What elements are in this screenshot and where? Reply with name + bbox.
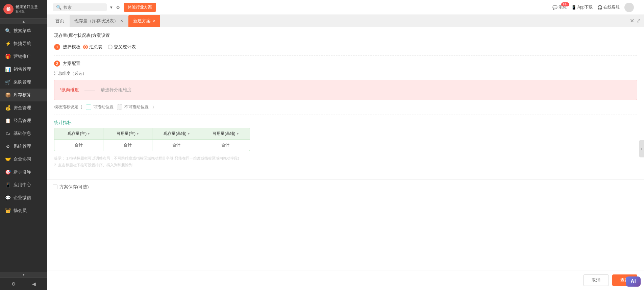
sidebar-item-basic[interactable]: 🗂 基础信息 (0, 127, 47, 140)
tab-new-plan[interactable]: 新建方案 ✕ (128, 15, 160, 27)
save-option-label: 方案保存(可选) (59, 184, 89, 190)
sidebar-item-finance[interactable]: 💰 资金管理 (0, 101, 47, 114)
right-expand-handle[interactable]: › (639, 140, 644, 157)
sidebar-item-sales[interactable]: 📊 销售管理 (0, 63, 47, 76)
marketing-icon: 🎁 (5, 53, 11, 59)
sidebar-item-label: 采购管理 (14, 79, 31, 85)
col-header-2[interactable]: 现存量(基辅) ▾ (152, 128, 201, 139)
sidebar-item-label: 企业微信 (14, 195, 31, 201)
page-title: 现存量(库存状况表)方案设置 (54, 32, 637, 39)
corp-icon: 🤝 (5, 156, 11, 162)
trial-btn[interactable]: 体验行业方案 (124, 3, 156, 12)
col-chevron-0: ▾ (88, 132, 90, 136)
main-area: 🔍 ▾ ⚙ 体验行业方案 💬 消息 99+ 📱 App下载 🎧 在线客服 (47, 0, 644, 290)
topbar: 🔍 ▾ ⚙ 体验行业方案 💬 消息 99+ 📱 App下载 🎧 在线客服 (47, 0, 644, 15)
dimension-placeholder: 请选择分组维度 (101, 87, 131, 93)
step1-section: 1 选择模板 汇总表 交叉统计表 (54, 44, 637, 50)
footer-bar: 方案保存(可选) (47, 179, 644, 194)
step2-num: 2 (54, 61, 60, 67)
message-icon: 💬 (552, 5, 558, 10)
app-download-btn[interactable]: 📱 App下载 (571, 4, 593, 10)
col-name-3: 可用量(基辅) (213, 131, 236, 137)
step2-section: 2 方案配置 汇总维度（必选） *纵向维度 —— 请选择分组维度 (54, 61, 637, 169)
dimension-area[interactable]: *纵向维度 —— 请选择分组维度 (54, 80, 637, 100)
sidebar-item-quicknav[interactable]: ⚡ 快捷导航 (0, 37, 47, 50)
sidebar-item-label: 基础信息 (14, 130, 31, 137)
sidebar-item-inventory[interactable]: 📦 库存核算 (0, 89, 47, 101)
col-header-3[interactable]: 可用量(基辅) ▾ (201, 128, 250, 139)
sidebar-item-purchase[interactable]: 🛒 采购管理 (0, 76, 47, 89)
service-icon: 🎧 (597, 5, 602, 10)
sidebar-scroll-up[interactable]: ▲ (0, 19, 47, 24)
non-draggable-label: 不可拖动位置 (124, 104, 149, 110)
sidebar-nav: 🔍 搜索菜单 ⚡ 快捷导航 🎁 营销推广 📊 销售管理 🛒 采购管理 📦 库存核… (0, 24, 47, 272)
sidebar-item-apps[interactable]: 📱 应用中心 (0, 178, 47, 191)
radio-cross[interactable]: 交叉统计表 (108, 44, 136, 50)
window-close-btn[interactable]: ✕ (630, 18, 634, 24)
content-area: 现存量(库存状况表)方案设置 1 选择模板 汇总表 交叉统计表 (47, 27, 644, 270)
search-icon: 🔍 (56, 5, 61, 10)
tab-inventory-close[interactable]: ✕ (120, 19, 123, 23)
sidebar-item-marketing[interactable]: 🎁 营销推广 (0, 50, 47, 63)
user-avatar[interactable] (624, 3, 634, 12)
sidebar-settings-btn[interactable]: ⚙ (11, 281, 16, 287)
template-radio-group: 汇总表 交叉统计表 (83, 44, 136, 50)
search-input[interactable] (64, 5, 103, 10)
dropdown-icon[interactable]: ▾ (110, 5, 113, 10)
sales-icon: 📊 (5, 66, 11, 72)
app-download-icon: 📱 (571, 5, 576, 10)
topbar-settings-icon[interactable]: ⚙ (116, 5, 120, 10)
search-icon: 🔍 (5, 28, 11, 34)
tab-inventory[interactable]: 现存量（库存状况表） ✕ (70, 15, 128, 27)
tips-item-0: 1.拖动标题栏可以调整布局，不可跨维度或指标区域拖动栏目字段(只能在同一维度或指… (66, 156, 239, 160)
indicator-label-suffix: ） (152, 104, 156, 110)
checkbox-box (53, 185, 57, 189)
sidebar-item-newuser[interactable]: 🎯 新手引导 (0, 166, 47, 178)
inventory-icon: 📦 (5, 92, 11, 98)
window-expand-btn[interactable]: ⤢ (636, 18, 641, 24)
app-download-label: App下载 (577, 4, 593, 10)
sidebar: 畅 畅康通好生意 标准版 ▲ 🔍 搜索菜单 ⚡ 快捷导航 🎁 营销推广 📊 销售… (0, 0, 47, 290)
radio-summary-circle (83, 45, 88, 49)
divider-1 (54, 55, 637, 56)
tips-title-text: 提示： (54, 156, 65, 160)
step2-title: 方案配置 (63, 61, 80, 67)
sidebar-item-label: 营销推广 (14, 53, 31, 59)
sidebar-scroll-down[interactable]: ▼ (0, 272, 47, 277)
newuser-icon: 🎯 (5, 169, 11, 175)
dimension-block: 汇总维度（必选） *纵向维度 —— 请选择分组维度 (54, 71, 637, 100)
tab-new-plan-close[interactable]: ✕ (153, 19, 155, 23)
sidebar-logo: 畅 畅康通好生意 标准版 (0, 0, 47, 19)
sidebar-item-label: 系统管理 (14, 143, 31, 149)
service-btn[interactable]: 🎧 在线客服 (597, 4, 620, 10)
save-option-checkbox[interactable]: 方案保存(可选) (53, 184, 89, 190)
sidebar-item-label: 畅会员 (14, 208, 27, 214)
cancel-btn[interactable]: 取消 (583, 274, 609, 286)
topbar-right: 💬 消息 99+ 📱 App下载 🎧 在线客服 (552, 3, 639, 12)
sidebar-item-wechat[interactable]: 💬 企业微信 (0, 191, 47, 204)
col-cell-0: 合计 (54, 139, 103, 151)
search-box[interactable]: 🔍 (53, 3, 107, 11)
tab-home[interactable]: 首页 (51, 15, 69, 27)
sidebar-collapse-btn[interactable]: ◀ (32, 281, 36, 287)
sidebar-item-search[interactable]: 🔍 搜索菜单 (0, 24, 47, 37)
col-header-1[interactable]: 可用量(主) ▾ (103, 128, 152, 139)
sidebar-bottom: ⚙ ◀ (0, 277, 47, 290)
sidebar-item-system[interactable]: ⚙ 系统管理 (0, 140, 47, 153)
required-label: *纵向维度 (60, 87, 79, 93)
draggable-legend: 可拖动位置 (86, 104, 114, 110)
stat-table-header: 现存量(主) ▾ 可用量(主) ▾ 现存量(基辅) ▾ (54, 128, 250, 139)
ai-badge[interactable]: Ai (626, 276, 641, 287)
messages-btn[interactable]: 💬 消息 99+ (552, 4, 567, 10)
col-cell-1: 合计 (103, 139, 152, 151)
radio-summary[interactable]: 汇总表 (83, 44, 102, 50)
app-logo-icon: 畅 (3, 4, 14, 14)
tabbar: 首页 现存量（库存状况表） ✕ 新建方案 ✕ ✕ ⤢ (47, 15, 644, 27)
sidebar-item-operations[interactable]: 📋 经营管理 (0, 114, 47, 127)
sidebar-item-member[interactable]: 👑 畅会员 (0, 204, 47, 217)
stat-table-label: 统计指标 (54, 120, 637, 126)
col-header-0[interactable]: 现存量(主) ▾ (54, 128, 103, 139)
expand-chevron-icon: › (641, 147, 642, 150)
sidebar-item-corp[interactable]: 🤝 企业协同 (0, 153, 47, 166)
messages-badge: 99+ (561, 2, 569, 6)
